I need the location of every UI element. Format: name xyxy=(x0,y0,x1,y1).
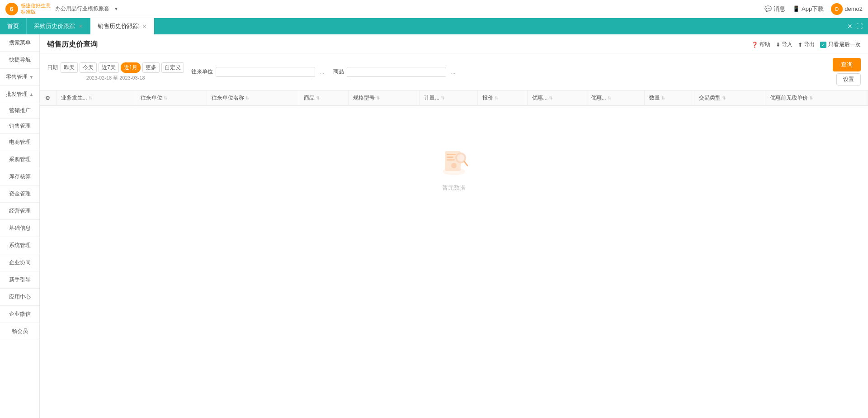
only-last-label: 只看最后一次 xyxy=(828,41,861,48)
filter-right: 查询 设置 xyxy=(831,58,861,86)
sidebar-marketing-label: 营销推广 xyxy=(9,107,31,114)
sidebar-ecommerce-label: 电商管理 xyxy=(9,138,31,146)
import-icon: ⬇ xyxy=(776,42,780,48)
settings-button[interactable]: 设置 xyxy=(836,73,861,86)
date-yesterday[interactable]: 昨天 xyxy=(61,62,78,73)
sidebar-item-sales-mgmt[interactable]: 销售管理 xyxy=(0,119,39,134)
sidebar-item-ecommerce[interactable]: 电商管理 xyxy=(0,134,39,151)
th-quantity[interactable]: 数量 ⇅ xyxy=(645,90,694,106)
sidebar-item-finance[interactable]: 资金管理 xyxy=(0,185,39,203)
sidebar-item-purchase[interactable]: 采购管理 xyxy=(0,151,39,168)
export-button[interactable]: ⬆ 导出 xyxy=(798,41,815,48)
logo-area: 6 畅捷信好生意 标准版 xyxy=(5,3,51,15)
logo-icon: 6 xyxy=(5,3,18,15)
sidebar-retail-label: 零售管理 xyxy=(6,73,28,81)
date-buttons: 昨天 今天 近7天 近1月 更多 自定义 xyxy=(61,62,184,73)
sidebar-item-inventory[interactable]: 库存核算 xyxy=(0,168,39,185)
svg-point-8 xyxy=(451,163,457,168)
page-header: 销售历史价查询 ❓ 帮助 ⬇ 导入 ⬆ 导出 ✓ 只看最后一次 xyxy=(40,34,868,53)
tab-bar-actions: ✕ ⛶ xyxy=(847,23,868,30)
sidebar-item-member[interactable]: 畅会员 xyxy=(0,323,39,340)
close-all-icon[interactable]: ✕ xyxy=(847,23,853,30)
th-trade-type[interactable]: 交易类型 ⇅ xyxy=(694,90,765,106)
sidebar-item-app-center[interactable]: 应用中心 xyxy=(0,289,39,306)
th-quoted-price[interactable]: 报价 ⇅ xyxy=(478,90,528,106)
tab-purchase-close[interactable]: ✕ xyxy=(79,24,83,29)
page-header-actions: ❓ 帮助 ⬇ 导入 ⬆ 导出 ✓ 只看最后一次 xyxy=(751,41,861,48)
tab-bar: 首页 采购历史价跟踪 ✕ 销售历史价跟踪 ✕ ✕ ⛶ xyxy=(0,18,868,34)
sidebar-item-basic-info[interactable]: 基础信息 xyxy=(0,220,39,237)
th-product[interactable]: 商品 ⇅ xyxy=(299,90,349,106)
date-more[interactable]: 更多 xyxy=(142,62,160,73)
only-last-checkbox[interactable]: ✓ xyxy=(820,42,826,48)
tab-purchase-history[interactable]: 采购历史价跟踪 ✕ xyxy=(27,18,90,34)
empty-illustration xyxy=(436,142,472,178)
sort-biz-date-icon: ⇅ xyxy=(89,95,92,100)
sidebar-item-quick-nav[interactable]: 快捷导航 xyxy=(0,52,39,69)
tab-home[interactable]: 首页 xyxy=(0,18,27,34)
th-partner-name[interactable]: 往来单位名称 ⇅ xyxy=(207,90,299,106)
sort-discount1-icon: ⇅ xyxy=(549,95,552,100)
product-filter-group: 商品 ... xyxy=(333,67,457,77)
date-today[interactable]: 今天 xyxy=(80,62,97,73)
partner-filter-label: 往来单位 xyxy=(191,68,213,76)
sort-trade-type-icon: ⇅ xyxy=(722,95,726,100)
user-menu[interactable]: D demo2 xyxy=(831,3,863,15)
th-discount1[interactable]: 优惠... ⇅ xyxy=(528,90,586,106)
th-biz-date[interactable]: 业务发生... ⇅ xyxy=(56,90,136,106)
date-custom[interactable]: 自定义 xyxy=(161,62,184,73)
sort-quoted-price-icon: ⇅ xyxy=(495,95,498,100)
top-bar: 6 畅捷信好生意 标准版 办公用品行业模拟账套 ▼ 💬 消息 📱 App下载 D… xyxy=(0,0,868,18)
product-filter-label: 商品 xyxy=(333,68,344,76)
sidebar-item-wechat[interactable]: 企业微信 xyxy=(0,306,39,323)
help-button[interactable]: ❓ 帮助 xyxy=(751,41,770,48)
sidebar-item-marketing[interactable]: 营销推广 xyxy=(0,103,39,119)
query-button[interactable]: 查询 xyxy=(833,58,861,71)
th-unit[interactable]: 计量... ⇅ xyxy=(420,90,478,106)
partner-input[interactable] xyxy=(216,67,315,77)
sidebar-wholesale-label: 批发管理 xyxy=(6,90,28,98)
sidebar-member-label: 畅会员 xyxy=(12,328,28,335)
th-pre-tax-price[interactable]: 优惠前无税单价 ⇅ xyxy=(765,90,868,106)
th-partner-code[interactable]: 往来单位 ⇅ xyxy=(136,90,207,106)
sidebar-item-retail[interactable]: 零售管理 ▼ xyxy=(0,69,39,86)
maximize-icon[interactable]: ⛶ xyxy=(856,23,863,30)
date-range-text: 2023-02-18 至 2023-03-18 xyxy=(86,75,145,81)
message-button[interactable]: 💬 消息 xyxy=(764,5,785,13)
th-settings[interactable]: ⚙ xyxy=(40,90,56,106)
svg-rect-2 xyxy=(447,154,456,155)
sidebar-item-guide[interactable]: 新手引导 xyxy=(0,271,39,289)
svg-rect-4 xyxy=(447,159,455,161)
sidebar: 搜索菜单 快捷导航 零售管理 ▼ 批发管理 ▲ 营销推广 销售管理 电商管理 采… xyxy=(0,34,40,418)
sidebar-item-cooperation[interactable]: 企业协同 xyxy=(0,254,39,271)
app-download-button[interactable]: 📱 App下载 xyxy=(793,5,824,13)
date-1month[interactable]: 近1月 xyxy=(121,62,141,73)
only-last-checkbox-group: ✓ 只看最后一次 xyxy=(820,41,861,48)
sort-product-icon: ⇅ xyxy=(316,95,320,100)
top-bar-right: 💬 消息 📱 App下载 D demo2 xyxy=(764,3,863,15)
phone-icon: 📱 xyxy=(793,5,800,12)
sidebar-finance-label: 资金管理 xyxy=(9,190,31,198)
sidebar-item-search[interactable]: 搜索菜单 xyxy=(0,34,39,52)
tab-sales-close[interactable]: ✕ xyxy=(142,24,146,29)
th-discount2[interactable]: 优惠... ⇅ xyxy=(586,90,644,106)
th-spec[interactable]: 规格型号 ⇅ xyxy=(349,90,420,106)
top-bar-left: 6 畅捷信好生意 标准版 办公用品行业模拟账套 ▼ xyxy=(5,3,118,15)
sidebar-item-wholesale[interactable]: 批发管理 ▲ xyxy=(0,86,39,103)
sidebar-inventory-label: 库存核算 xyxy=(9,173,31,180)
logo-text: 畅捷信好生意 标准版 xyxy=(21,3,51,14)
main-layout: 搜索菜单 快捷导航 零售管理 ▼ 批发管理 ▲ 营销推广 销售管理 电商管理 采… xyxy=(0,34,868,418)
sort-quantity-icon: ⇅ xyxy=(661,95,665,100)
breadcrumb-dropdown[interactable]: ▼ xyxy=(114,6,118,11)
help-icon: ❓ xyxy=(751,42,758,48)
import-button[interactable]: ⬇ 导入 xyxy=(776,41,793,48)
export-icon: ⬆ xyxy=(798,42,802,48)
table-header-row: ⚙ 业务发生... ⇅ 往来单位 ⇅ xyxy=(40,90,868,106)
date-7days[interactable]: 近7天 xyxy=(99,62,119,73)
tab-sales-history[interactable]: 销售历史价跟踪 ✕ xyxy=(90,18,154,34)
sidebar-item-operations[interactable]: 经营管理 xyxy=(0,203,39,220)
sidebar-item-system[interactable]: 系统管理 xyxy=(0,237,39,254)
sort-pre-tax-price-icon: ⇅ xyxy=(809,95,813,100)
product-input[interactable] xyxy=(347,67,446,77)
tab-home-label: 首页 xyxy=(7,22,19,30)
